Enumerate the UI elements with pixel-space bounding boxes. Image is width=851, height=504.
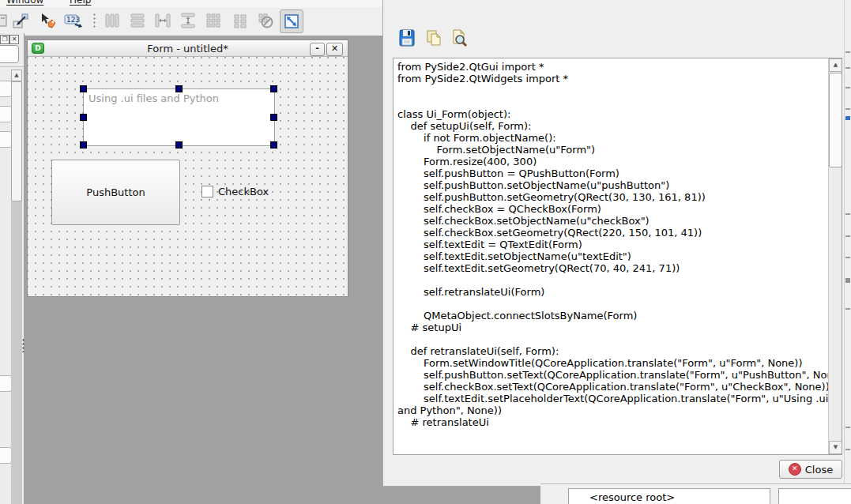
- widget-list-item[interactable]: [0, 131, 12, 148]
- code-view[interactable]: from PySide2.QtGui import *from PySide2.…: [393, 58, 842, 455]
- form-designer-window: D Form - untitled* - ✕ Using .ui files a…: [27, 39, 348, 297]
- menu-help[interactable]: Help: [70, 0, 91, 6]
- panel-edge-tick: [845, 308, 850, 310]
- edit-tab-order-icon[interactable]: 123: [62, 9, 85, 32]
- code-line: Form.setObjectName(u"Form"): [397, 144, 828, 156]
- layout-vertically-splitter-icon[interactable]: [177, 9, 199, 32]
- code-line: def retranslateUi(self, Form):: [397, 345, 828, 357]
- code-line: from PySide2.QtGui import *: [397, 61, 828, 73]
- selection-handle[interactable]: [80, 85, 87, 92]
- code-line: self.textEdit.setGeometry(QRect(70, 40, …: [397, 262, 828, 274]
- code-line: [397, 298, 828, 310]
- selection-handle[interactable]: [270, 85, 277, 92]
- code-line: # retranslateUi: [397, 416, 828, 428]
- layout-horizontally-icon[interactable]: [101, 9, 123, 32]
- scrollbar-thumb[interactable]: [11, 81, 22, 201]
- close-button-label: Close: [805, 464, 833, 476]
- code-line: self.checkBox = QCheckBox(Form): [397, 203, 828, 215]
- selection-handle[interactable]: [270, 114, 277, 121]
- find-preview-icon[interactable]: [448, 27, 470, 49]
- panel-edge-selected-tick: [845, 116, 850, 120]
- panel-edge-tick: [845, 87, 850, 88]
- code-line: class Ui_Form(object):: [397, 108, 828, 120]
- widget-list-item[interactable]: [0, 447, 12, 464]
- resource-browser-panel: <resource root>: [540, 483, 851, 504]
- code-line: self.checkBox.setGeometry(QRect(220, 150…: [397, 227, 828, 239]
- code-line: self.textEdit.setPlaceholderText(QCoreAp…: [397, 393, 828, 404]
- panel-edge-tick: [845, 278, 850, 283]
- copy-icon[interactable]: [423, 27, 445, 49]
- code-line: self.textEdit.setObjectName(u"textEdit"): [397, 250, 828, 262]
- form-window-title: Form - untitled*: [28, 43, 348, 55]
- code-line: and Python", None)): [397, 404, 828, 416]
- code-line: # setupUi: [397, 322, 828, 333]
- widget-list-item[interactable]: [0, 375, 12, 392]
- panel-divider: [0, 66, 24, 67]
- edit-signals-slots-icon[interactable]: [9, 9, 32, 32]
- code-line: self.pushButton.setObjectName(u"pushButt…: [397, 179, 828, 191]
- widget-box-panel: ❐ ✕ ▲: [0, 33, 24, 504]
- main-toolbar: 123: [0, 7, 382, 36]
- panel-edge-tick: [845, 213, 850, 215]
- panel-resize-handle[interactable]: [22, 338, 24, 352]
- resource-preview-pane[interactable]: [778, 488, 851, 504]
- panel-edge-tick: [845, 51, 850, 53]
- close-window-button[interactable]: ✕: [326, 43, 343, 56]
- panel-edge-tick: [845, 427, 850, 428]
- code-line: self.pushButton.setText(QCoreApplication…: [397, 369, 828, 381]
- menubar: Window Help: [0, 0, 382, 7]
- code-line: self.pushButton.setGeometry(QRect(30, 13…: [397, 191, 828, 203]
- adjust-size-icon[interactable]: [280, 9, 303, 33]
- code-line: Form.setWindowTitle(QCoreApplication.tra…: [397, 357, 828, 369]
- resource-tree[interactable]: <resource root>: [568, 488, 770, 504]
- code-text: from PySide2.QtGui import *from PySide2.…: [393, 58, 828, 454]
- checkbox-label: CheckBox: [218, 186, 269, 197]
- selection-handle[interactable]: [80, 141, 87, 149]
- resource-root-item[interactable]: <resource root>: [589, 491, 675, 503]
- form-canvas[interactable]: Using .ui files and Python PushButton Ch…: [28, 57, 348, 296]
- panel-edge-tick: [845, 257, 850, 258]
- dock-close-icon[interactable]: ✕: [9, 35, 19, 44]
- scroll-up-icon[interactable]: ▲: [11, 70, 22, 81]
- edit-widgets-icon[interactable]: [0, 9, 9, 32]
- code-line: def setupUi(self, Form):: [397, 120, 828, 132]
- code-line: self.retranslateUi(Form): [397, 286, 828, 298]
- layout-vertically-icon[interactable]: [126, 9, 149, 32]
- toolbar-separator: [93, 13, 96, 28]
- layout-grid-icon[interactable]: [202, 9, 224, 32]
- textedit-widget[interactable]: Using .ui files and Python: [83, 88, 275, 146]
- code-preview-dialog: from PySide2.QtGui import *from PySide2.…: [382, 0, 845, 487]
- widget-filter-input[interactable]: [0, 45, 19, 63]
- checkbox-widget[interactable]: CheckBox: [201, 175, 281, 208]
- close-button[interactable]: ✕ Close: [779, 460, 842, 479]
- scroll-down-icon[interactable]: ▼: [829, 441, 842, 454]
- save-icon[interactable]: [396, 27, 418, 49]
- widget-box-scrollbar[interactable]: ▲: [11, 70, 22, 504]
- widget-list-item[interactable]: [0, 106, 12, 122]
- form-window-titlebar[interactable]: D Form - untitled* - ✕: [28, 40, 348, 57]
- designer-form-icon: D: [32, 43, 44, 54]
- edit-buddies-icon[interactable]: [37, 9, 59, 32]
- layout-horizontally-splitter-icon[interactable]: [152, 9, 174, 32]
- menu-window[interactable]: Window: [6, 0, 43, 6]
- code-line: self.pushButton = QPushButton(Form): [397, 167, 828, 179]
- pushbutton-widget[interactable]: PushButton: [51, 160, 180, 225]
- scroll-up-icon[interactable]: ▲: [829, 58, 842, 72]
- panel-edge-tick: [845, 449, 850, 450]
- widget-list-item[interactable]: [0, 81, 12, 97]
- selection-handle[interactable]: [270, 141, 277, 149]
- selection-handle[interactable]: [80, 114, 87, 121]
- break-layout-icon[interactable]: [254, 9, 277, 32]
- scrollbar-thumb[interactable]: [829, 73, 842, 167]
- panel-edge-tick: [845, 235, 850, 237]
- code-line: [397, 333, 828, 345]
- dock-float-icon[interactable]: ❐: [0, 35, 9, 44]
- layout-form-icon[interactable]: [229, 9, 251, 32]
- selection-handle[interactable]: [175, 85, 183, 92]
- selection-handle[interactable]: [175, 141, 183, 149]
- code-line: [397, 274, 828, 286]
- code-scrollbar[interactable]: ▲ ▼: [828, 58, 842, 454]
- code-line: self.textEdit = QTextEdit(Form): [397, 239, 828, 250]
- checkbox-indicator[interactable]: [201, 186, 213, 197]
- minimize-button[interactable]: -: [310, 43, 325, 56]
